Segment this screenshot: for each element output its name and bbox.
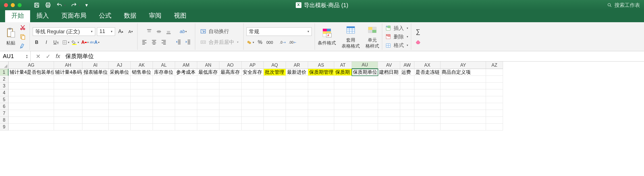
cell-AP5[interactable] — [242, 96, 264, 103]
cell-AS5[interactable] — [308, 96, 334, 103]
cell-AU7[interactable] — [352, 110, 378, 117]
cell-AW2[interactable] — [400, 76, 414, 83]
cell-AQ8[interactable] — [264, 117, 286, 124]
cell-AS2[interactable] — [308, 76, 334, 83]
font-size-combo[interactable]: 11▾ — [97, 27, 115, 36]
column-header-AZ[interactable]: AZ — [486, 62, 503, 69]
cell-AX4[interactable] — [414, 89, 441, 96]
column-header-AL[interactable]: AL — [153, 62, 175, 69]
cell-AO8[interactable] — [219, 117, 242, 124]
column-header-AU[interactable]: AU — [352, 62, 378, 69]
bold-button[interactable]: B — [33, 39, 41, 46]
cell-AN1[interactable]: 最低库存 — [197, 69, 219, 76]
cell-AR1[interactable]: 最新进价 — [286, 69, 308, 76]
cell-AS3[interactable] — [308, 83, 334, 89]
format-as-table-button[interactable]: 套用 表格格式 — [342, 24, 360, 49]
cell-AT4[interactable] — [334, 89, 352, 96]
cell-AJ7[interactable] — [109, 110, 131, 117]
cell-AT9[interactable] — [334, 124, 352, 130]
copy-button[interactable] — [19, 33, 27, 40]
tab-home[interactable]: 开始 — [5, 9, 30, 22]
cell-AZ2[interactable] — [486, 76, 503, 83]
cell-AR3[interactable] — [286, 83, 308, 89]
cell-AP7[interactable] — [242, 110, 264, 117]
cell-AH8[interactable] — [54, 117, 82, 124]
cell-AW5[interactable] — [400, 96, 414, 103]
cell-AX1[interactable]: 是否走冻链 — [414, 69, 441, 76]
cell-AJ6[interactable] — [109, 103, 131, 110]
cell-AV5[interactable] — [378, 96, 400, 103]
cell-AO1[interactable]: 最高库存 — [219, 69, 242, 76]
name-box[interactable]: AU1 ▴▾ — [0, 51, 31, 61]
cell-styles-button[interactable]: 单元 格样式 — [365, 24, 379, 49]
column-header-AS[interactable]: AS — [308, 62, 334, 69]
row-header-3[interactable]: 3 — [0, 83, 9, 89]
cell-AL8[interactable] — [153, 117, 175, 124]
cell-AY7[interactable] — [441, 110, 486, 117]
cell-AH4[interactable] — [54, 89, 82, 96]
cell-AY6[interactable] — [441, 103, 486, 110]
column-header-AH[interactable]: AH — [54, 62, 82, 69]
cell-AV1[interactable]: 建档日期 — [378, 69, 400, 76]
fx-label[interactable]: fx — [56, 53, 60, 60]
column-header-AV[interactable]: AV — [378, 62, 400, 69]
cell-AL3[interactable] — [153, 83, 175, 89]
cell-AL2[interactable] — [153, 76, 175, 83]
cell-AQ4[interactable] — [264, 89, 286, 96]
maximize-window-button[interactable] — [18, 3, 22, 7]
fill-color-button[interactable]: ▾ — [71, 39, 79, 46]
cell-AO4[interactable] — [219, 89, 242, 96]
border-button[interactable]: ▾ — [62, 39, 70, 46]
cell-AX2[interactable] — [414, 76, 441, 83]
italic-button[interactable]: I — [42, 39, 50, 46]
cell-AS6[interactable] — [308, 103, 334, 110]
cell-AZ8[interactable] — [486, 117, 503, 124]
tab-data[interactable]: 数据 — [118, 9, 143, 22]
cell-AM9[interactable] — [175, 124, 197, 130]
insert-cells-button[interactable]: +插入▾ — [385, 25, 408, 32]
cell-AJ4[interactable] — [109, 89, 131, 96]
cell-AO7[interactable] — [219, 110, 242, 117]
cell-AI9[interactable] — [82, 124, 109, 130]
cell-AV2[interactable] — [378, 76, 400, 83]
cell-AI8[interactable] — [82, 117, 109, 124]
cell-AM8[interactable] — [175, 117, 197, 124]
cell-AU3[interactable] — [352, 83, 378, 89]
cell-AH7[interactable] — [54, 110, 82, 117]
cell-AK3[interactable] — [131, 83, 153, 89]
cell-AK9[interactable] — [131, 124, 153, 130]
cell-AH9[interactable] — [54, 124, 82, 130]
cell-AK7[interactable] — [131, 110, 153, 117]
cut-button[interactable] — [19, 24, 27, 31]
cell-AW3[interactable] — [400, 83, 414, 89]
percent-format-button[interactable]: % — [256, 39, 264, 46]
cell-AL5[interactable] — [153, 96, 175, 103]
cell-AQ3[interactable] — [264, 83, 286, 89]
column-header-AN[interactable]: AN — [197, 62, 219, 69]
cell-AK8[interactable] — [131, 117, 153, 124]
cell-AM7[interactable] — [175, 110, 197, 117]
cell-AX5[interactable] — [414, 96, 441, 103]
cell-AO2[interactable] — [219, 76, 242, 83]
cell-AQ7[interactable] — [264, 110, 286, 117]
cell-AR6[interactable] — [286, 103, 308, 110]
cell-AG9[interactable] — [9, 124, 54, 130]
cell-AQ5[interactable] — [264, 96, 286, 103]
align-center-button[interactable] — [150, 38, 158, 46]
column-header-AX[interactable]: AX — [414, 62, 441, 69]
cell-AU6[interactable] — [352, 103, 378, 110]
cell-AX9[interactable] — [414, 124, 441, 130]
undo-button[interactable]: ▾ — [56, 2, 66, 8]
cell-AY2[interactable] — [441, 76, 486, 83]
cell-AS8[interactable] — [308, 117, 334, 124]
cell-AY1[interactable]: 商品自定义项 — [441, 69, 486, 76]
row-header-8[interactable]: 8 — [0, 117, 9, 124]
cell-AP2[interactable] — [242, 76, 264, 83]
cell-AY3[interactable] — [441, 83, 486, 89]
cell-AS4[interactable] — [308, 89, 334, 96]
cell-AP9[interactable] — [242, 124, 264, 130]
cell-AN5[interactable] — [197, 96, 219, 103]
cell-AI2[interactable] — [82, 76, 109, 83]
cell-AU4[interactable] — [352, 89, 378, 96]
paste-button[interactable]: 粘贴 — [5, 27, 16, 46]
